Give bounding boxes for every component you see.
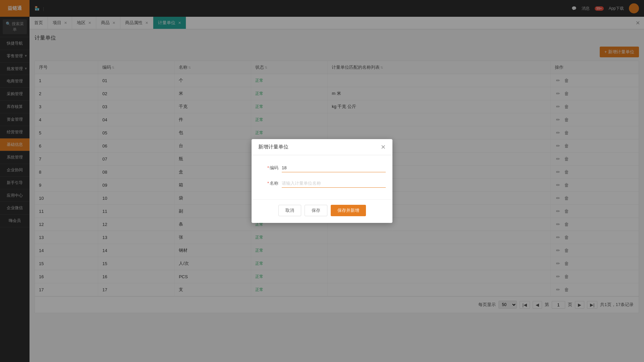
- name-form-row: *名称: [258, 179, 386, 188]
- code-input[interactable]: [282, 164, 386, 172]
- code-form-row: *编码: [258, 164, 386, 172]
- save-button[interactable]: 保存: [305, 205, 327, 216]
- modal-title: 新增计量单位: [258, 144, 288, 150]
- cancel-button[interactable]: 取消: [278, 205, 301, 216]
- modal-footer: 取消 保存 保存并新增: [252, 199, 392, 223]
- name-label: *名称: [258, 180, 278, 186]
- code-required-mark: *: [267, 165, 269, 170]
- modal-header: 新增计量单位 ✕: [252, 139, 392, 155]
- modal-overlay: 新增计量单位 ✕ *编码 *名称 取消 保存 保存并新增: [0, 0, 644, 362]
- code-label: *编码: [258, 165, 278, 171]
- save-and-new-button[interactable]: 保存并新增: [331, 205, 366, 216]
- name-required-mark: *: [267, 181, 269, 186]
- name-input[interactable]: [282, 179, 386, 188]
- add-unit-modal: 新增计量单位 ✕ *编码 *名称 取消 保存 保存并新增: [252, 139, 392, 223]
- modal-body: *编码 *名称: [252, 155, 392, 199]
- modal-close-button[interactable]: ✕: [381, 144, 386, 150]
